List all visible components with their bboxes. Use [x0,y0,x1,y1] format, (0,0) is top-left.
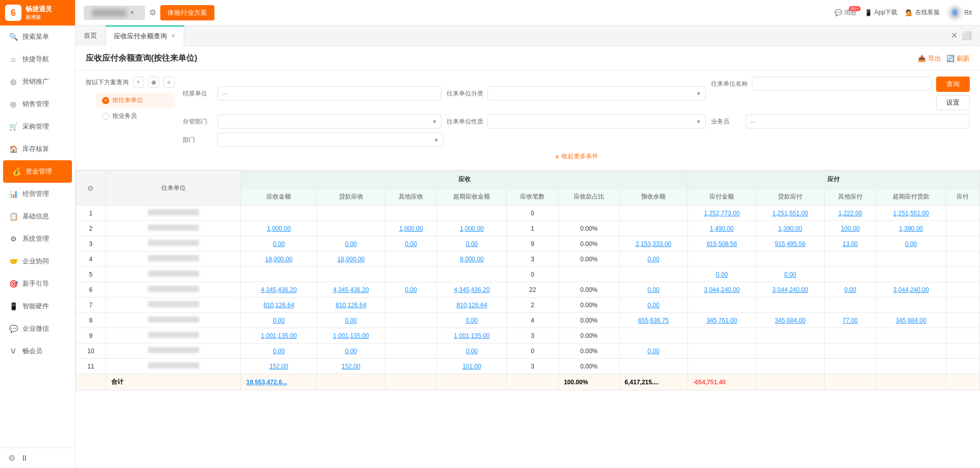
table-row: 64,345,436.204,345,436.200.004,345,436.2… [76,282,980,298]
add-filter-icon[interactable]: + [133,77,144,88]
cell-ap_x [946,236,979,252]
collapse-button[interactable]: ∧ 收起更多条件 [183,149,970,164]
filter-collapse-icon[interactable]: « [163,77,175,88]
cell-num: 10 [76,343,106,359]
sidebar-label-hardware: 智能硬件 [22,302,49,311]
table-row: 500.000.00 [76,267,980,282]
tabbar: 首页 应收应付余额查询 ✕ ✕ ⬜ [76,26,980,46]
sidebar-label-sales: 销售管理 [22,100,49,109]
filter-settings-icon[interactable]: ◉ [148,77,159,88]
sidebar-item-wechat[interactable]: 💬 企业微信 [0,317,75,340]
company-name: ████████ [92,9,127,16]
topbar-settings-icon[interactable]: ⚙ [149,8,156,17]
sidebar-item-member[interactable]: V 畅会员 [0,340,75,362]
cell-ar_advance: 0.00 [619,282,688,298]
filter-row-2: 分管部门 ▼ 往来单位性质 ▼ [183,114,970,129]
table-settings-icon[interactable]: ⚙ [87,184,94,192]
cell-ap_amount [688,359,756,374]
cell-ar_ratio: 0.00% [558,282,619,298]
promo-button[interactable]: 体验行业方案 [160,5,214,20]
sidebar-item-corp[interactable]: 🤝 企业协同 [0,250,75,273]
user-area[interactable]: 👤 Rit [948,6,972,20]
maximize-icon[interactable]: ⬜ [962,31,972,40]
tab-balance[interactable]: 应收应付余额查询 ✕ [106,26,184,46]
footer-ar-advance: 6,417,215.... [619,374,688,390]
cell-ar_ratio: 0.00% [558,343,619,359]
cell-ar_overdue: 4,345,436.20 [437,282,507,298]
sidebar-item-marketing[interactable]: ◎ 营销推广 [0,70,75,93]
cell-ar_other: 1,000.00 [385,221,437,236]
cell-ar_count: 3 [507,252,558,267]
collapse-icon[interactable]: ⏸ [20,454,29,463]
cell-ap_amount [688,328,756,343]
cell-ar_overdue: 0.00 [437,236,507,252]
query-btn-group: 查询 设置 [936,77,970,110]
window-controls: ✕ ⬜ [951,31,980,40]
sidebar-label-system: 系统管理 [22,234,49,243]
sidebar-item-operation[interactable]: 📊 经营管理 [0,183,75,205]
online-service[interactable]: 💁 在线客服 [905,8,940,17]
name-input[interactable] [752,77,932,91]
sidebar-item-sales[interactable]: ◎ 销售管理 [0,93,75,115]
option-by-partner[interactable]: ● 按往来单位 [96,93,175,108]
cell-num: 9 [76,328,106,343]
company-selector[interactable]: ████████ ▼ [84,6,145,20]
th-receivable-group: 应收 [241,171,688,188]
cell-ar_amount: 1,000.00 [241,221,317,236]
salesperson-input[interactable]: ··· [746,114,970,129]
settlement-input[interactable]: ··· [217,86,442,101]
tab-close-icon[interactable]: ✕ [171,33,176,39]
cell-partner [106,221,241,236]
query-button[interactable]: 查询 [936,77,970,92]
close-window-icon[interactable]: ✕ [951,31,958,40]
setting-button[interactable]: 设置 [936,95,970,110]
sidebar-item-hardware[interactable]: 📱 智能硬件 [0,295,75,317]
department-input[interactable]: ▼ [217,133,444,147]
cell-ar_loan [317,206,385,221]
page-actions: 📤 导出 🔄 刷新 [918,54,970,63]
tab-home[interactable]: 首页 [76,26,106,46]
sidebar-item-quick[interactable]: ⌂ 快捷导航 [0,48,75,70]
cell-ap_other [824,298,876,313]
option-dot-inactive [102,113,109,120]
sidebar-item-inventory[interactable]: 🏠 库存核算 [0,138,75,160]
category-label: 往来单位分类 [447,89,483,98]
cell-ap_overdue [876,343,946,359]
cell-ap_amount: 915,508.56 [688,236,756,252]
cell-ar_ratio [558,267,619,282]
cell-ar_ratio: 0.00% [558,313,619,328]
nature-input[interactable]: ▼ [487,114,705,129]
app-download[interactable]: 📱 App下载 [865,8,897,17]
cell-ar_overdue [437,206,507,221]
sidebar-item-system[interactable]: ⚙ 系统管理 [0,228,75,250]
cell-ap_amount [688,343,756,359]
category-input[interactable]: ▼ [487,86,705,101]
sidebar-item-guide[interactable]: 🎯 新手引导 [0,273,75,295]
refresh-label: 刷新 [957,54,970,63]
cell-ap_x [946,298,979,313]
sidebar-item-basic[interactable]: 📋 基础信息 [0,205,75,228]
notification-area[interactable]: 💬 消息 99+ [835,8,856,17]
th-ap-other: 其他应付 [824,188,876,206]
settings-icon[interactable]: ⚙ [8,453,15,463]
cell-partner [106,313,241,328]
basic-icon: 📋 [8,211,18,221]
sidebar-item-finance[interactable]: 💰 资金管理 [3,160,72,183]
avatar: 👤 [948,6,962,20]
option-partner-label: 按往来单位 [112,96,143,105]
cell-ar_overdue: 101.00 [437,359,507,374]
option-by-staff[interactable]: 按业务员 [96,109,175,124]
table-row: 91,001,135.001,001,135.001,001,135.0030.… [76,328,980,343]
export-button[interactable]: 📤 导出 [918,54,941,63]
th-partner: 往来单位 [106,171,241,206]
cell-ar_ratio [558,206,619,221]
dept-input[interactable]: ▼ [217,114,442,129]
filter-salesperson: 业务员 ··· [711,114,970,129]
topbar-actions: 💬 消息 99+ 📱 App下载 💁 在线客服 👤 Rit [835,6,972,20]
refresh-button[interactable]: 🔄 刷新 [946,54,970,63]
topbar: ████████ ▼ ⚙ 体验行业方案 💬 消息 99+ 📱 App下载 💁 在… [76,0,980,26]
cell-ap_amount: 1,252,773.00 [688,206,756,221]
sidebar-item-purchase[interactable]: 🛒 采购管理 [0,115,75,138]
cell-ap_loan: 0.00 [756,267,824,282]
sidebar-item-search[interactable]: 🔍 搜索菜单 [0,26,75,48]
